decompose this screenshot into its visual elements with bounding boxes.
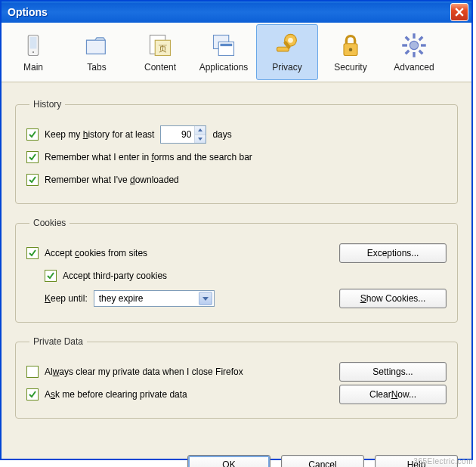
history-legend: History	[29, 99, 65, 110]
cookies-group: Cookies Accept cookies from sites Except…	[15, 218, 458, 323]
window-title: Options	[8, 6, 48, 18]
svg-line-23	[406, 51, 410, 54]
tab-label: Privacy	[272, 62, 301, 73]
svg-line-20	[406, 37, 410, 41]
checkmark-icon	[28, 390, 37, 399]
options-window: Options Main Tabs 页 Content	[0, 0, 473, 460]
watermark: 365Electric.com	[413, 457, 473, 465]
remember-forms-checkbox[interactable]	[26, 151, 39, 163]
tab-advanced[interactable]: Advanced	[383, 24, 445, 80]
show-cookies-button[interactable]: Show Cookies...	[339, 289, 447, 308]
accept-third-party-checkbox[interactable]	[45, 270, 57, 282]
chevron-down-icon	[202, 297, 209, 301]
remember-downloads-label: Remember what I've downloaded	[45, 175, 179, 185]
tab-privacy[interactable]: Privacy	[256, 24, 318, 80]
main-icon	[20, 32, 47, 59]
accept-third-party-row: Accept third-party cookies	[26, 266, 447, 286]
always-clear-checkbox[interactable]	[26, 366, 39, 378]
close-button[interactable]	[450, 3, 468, 21]
ask-before-clear-checkbox[interactable]	[26, 388, 39, 401]
svg-point-2	[32, 51, 34, 53]
checkmark-icon	[46, 271, 55, 280]
ask-before-clear-label: Ask me before clearing private data	[45, 389, 187, 400]
tab-label: Security	[334, 62, 366, 73]
svg-rect-12	[277, 47, 289, 51]
spinner-up[interactable]	[195, 126, 206, 135]
panel-content: History Keep my history for at least day…	[2, 82, 471, 440]
checkmark-icon	[28, 153, 37, 162]
accept-third-party-label: Accept third-party cookies	[63, 271, 167, 281]
cookies-legend: Cookies	[29, 218, 70, 228]
accept-cookies-row: Accept cookies from sites Exceptions...	[26, 243, 447, 263]
remember-downloads-row: Remember what I've downloaded	[26, 170, 447, 190]
always-clear-row: Always clear my private data when I clos…	[26, 362, 447, 382]
titlebar: Options	[2, 2, 471, 23]
accept-cookies-label: Accept cookies from sites	[45, 248, 147, 258]
tab-label: Tabs	[87, 62, 106, 73]
private-data-group: Private Data Always clear my private dat…	[15, 336, 458, 419]
dialog-buttons: OK Cancel Help	[2, 440, 471, 467]
checkmark-icon	[28, 249, 37, 258]
remember-downloads-checkbox[interactable]	[26, 174, 39, 186]
tab-security[interactable]: Security	[320, 24, 382, 80]
always-clear-label: Always clear my private data when I clos…	[45, 366, 243, 377]
ok-button[interactable]: OK	[187, 455, 270, 467]
applications-icon	[210, 32, 237, 59]
keep-until-dropdown[interactable]: they expire	[94, 290, 215, 307]
clear-now-button[interactable]: Clear Now...	[339, 385, 447, 404]
security-icon	[337, 32, 364, 59]
svg-line-22	[419, 37, 423, 41]
ask-before-clear-row: Ask me before clearing private data Clea…	[26, 385, 447, 404]
tab-applications[interactable]: Applications	[193, 24, 255, 80]
category-toolbar: Main Tabs 页 Content Applications Privacy	[2, 23, 471, 82]
keep-history-label: Keep my history for at least	[45, 129, 154, 140]
svg-point-11	[288, 38, 293, 43]
svg-rect-9	[221, 44, 233, 46]
checkmark-icon	[28, 130, 37, 139]
svg-point-14	[349, 48, 353, 51]
svg-rect-1	[30, 37, 37, 49]
private-data-legend: Private Data	[29, 336, 87, 347]
history-days-spinner[interactable]	[160, 125, 206, 144]
days-label: days	[212, 129, 231, 140]
keep-until-label: Keep until:	[45, 293, 88, 304]
content-icon: 页	[147, 32, 174, 59]
close-icon	[455, 8, 464, 17]
tabs-icon	[83, 32, 110, 59]
svg-text:页: 页	[159, 44, 167, 53]
settings-button[interactable]: Settings...	[339, 362, 447, 382]
history-group: History Keep my history for at least day…	[15, 99, 458, 204]
remember-forms-row: Remember what I enter in forms and the s…	[26, 147, 447, 167]
tab-label: Advanced	[394, 62, 434, 73]
spinner-down[interactable]	[195, 135, 206, 144]
accept-cookies-checkbox[interactable]	[26, 247, 39, 259]
keep-until-row: Keep until: they expire Show Cookies...	[26, 289, 447, 308]
advanced-icon	[400, 32, 428, 59]
svg-rect-3	[87, 40, 106, 54]
dropdown-button[interactable]	[199, 292, 212, 305]
history-keep-row: Keep my history for at least days	[26, 125, 447, 144]
cancel-button[interactable]: Cancel	[281, 455, 364, 467]
history-days-input[interactable]	[161, 126, 194, 143]
exceptions-button[interactable]: Exceptions...	[339, 243, 447, 263]
svg-point-15	[410, 41, 418, 49]
tab-tabs[interactable]: Tabs	[66, 24, 128, 80]
keep-until-value: they expire	[99, 293, 144, 304]
tab-label: Main	[23, 62, 43, 73]
checkmark-icon	[28, 175, 37, 184]
tab-label: Applications	[199, 62, 249, 73]
remember-forms-label: Remember what I enter in forms and the s…	[45, 152, 252, 162]
tab-content[interactable]: 页 Content	[129, 24, 191, 80]
tab-label: Content	[144, 62, 176, 73]
privacy-icon	[274, 32, 301, 59]
svg-line-21	[419, 51, 423, 54]
keep-history-checkbox[interactable]	[26, 128, 39, 141]
tab-main[interactable]: Main	[2, 24, 64, 80]
